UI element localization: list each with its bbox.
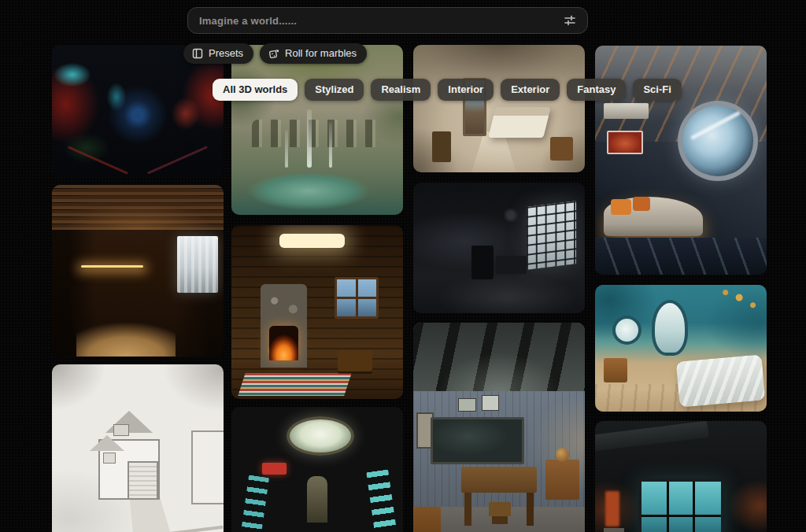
gallery-tile-night-room[interactable] — [595, 421, 767, 532]
layout-panel-icon — [192, 48, 203, 59]
night-room-pictures — [604, 528, 624, 532]
cave-chair — [432, 131, 451, 162]
sketch-roof-gable-left — [90, 435, 124, 451]
abandoned-room-chandelier — [502, 209, 519, 222]
gallery-tile-wooden-kitchen[interactable] — [52, 185, 224, 357]
corridor-rail-left — [68, 146, 128, 174]
filter-chip-all-3d-worlds[interactable]: All 3D worlds — [213, 79, 298, 101]
gallery-tile-log-cabin[interactable] — [231, 225, 403, 399]
filter-chip-fantasy[interactable]: Fantasy — [567, 79, 626, 101]
garden-waterfall-2 — [329, 123, 332, 167]
gallery-column-2 — [231, 45, 403, 532]
classroom-picture-2 — [482, 395, 499, 411]
arcade-screens-right — [366, 469, 397, 532]
garden-arches — [252, 120, 383, 147]
arcade-dome-skylight — [287, 416, 354, 456]
fantasy-chest — [604, 358, 628, 382]
abandoned-room-window — [527, 201, 576, 269]
gallery-tile-fantasy-bedroom[interactable] — [595, 285, 767, 412]
classroom-dresser — [545, 460, 580, 500]
kitchen-floor — [76, 322, 176, 357]
classroom-desk-leg-right — [527, 493, 534, 526]
kitchen-window — [177, 236, 218, 293]
presets-button[interactable]: Presets — [183, 43, 253, 64]
gallery-tile-cyberpunk-corridor[interactable] — [52, 45, 224, 177]
roll-for-marbles-label: Roll for marbles — [285, 47, 357, 59]
kitchen-light-strip — [81, 265, 142, 268]
gallery-tile-terraced-garden[interactable] — [231, 45, 403, 215]
filter-chip-stylized[interactable]: Stylized — [305, 79, 364, 101]
garden-waterfall-3 — [285, 130, 288, 168]
fantasy-round-window-small — [612, 316, 641, 345]
filter-chip-realism[interactable]: Realism — [371, 79, 431, 101]
filter-chip-exterior[interactable]: Exterior — [501, 79, 560, 101]
sketch-neighbor-house — [191, 430, 224, 504]
night-room-ceiling-beam — [595, 421, 709, 453]
cabin-table — [338, 350, 372, 371]
gallery-tile-arcade-hall[interactable] — [231, 407, 403, 532]
classroom-blackboard — [431, 417, 524, 464]
prompt-settings-button[interactable] — [562, 13, 578, 28]
arcade-archway — [307, 476, 327, 523]
gallery-column-4 — [595, 45, 767, 532]
filter-chip-interior[interactable]: Interior — [438, 79, 494, 101]
gallery-tile-abandoned-room[interactable] — [413, 183, 585, 313]
gallery-column-1 — [52, 45, 224, 532]
classroom-teacher-desk — [461, 467, 537, 493]
sliders-icon — [564, 14, 576, 27]
filter-chip-row: All 3D worlds Stylized Realism Interior … — [213, 79, 682, 101]
corridor-rail-right — [147, 146, 208, 174]
dice-icon — [268, 48, 279, 59]
gallery-tile-sketch-house[interactable] — [52, 364, 224, 532]
toolbar: Presets Roll for marbles — [183, 43, 367, 64]
gallery-tile-classroom[interactable] — [413, 323, 585, 532]
spaceship-pillow-2 — [633, 197, 650, 210]
arcade-neon-sign — [262, 463, 287, 475]
sketch-driveway — [117, 497, 186, 532]
prompt-input[interactable] — [198, 14, 562, 28]
classroom-stool — [489, 502, 511, 516]
spaceship-screen — [607, 131, 642, 154]
classroom-beamed-ceiling — [413, 323, 585, 391]
world-gallery-page: { "prompt_bar": { "placeholder": "Imagin… — [0, 0, 806, 532]
classroom-desk-leg-left — [464, 493, 471, 526]
abandoned-room-armchair — [471, 246, 494, 279]
spaceship-pillow-1 — [611, 199, 631, 215]
fantasy-bed — [675, 355, 765, 408]
arcade-screens-left — [241, 475, 269, 532]
gallery-tile-cave-bedroom[interactable] — [413, 45, 585, 172]
cave-bed — [488, 107, 550, 138]
spaceship-floor-track — [595, 238, 767, 275]
spaceship-porthole-window — [678, 101, 758, 181]
presets-label: Presets — [209, 47, 243, 59]
cabin-window — [335, 277, 379, 318]
cave-chest — [550, 137, 572, 161]
sketch-window-upper — [113, 424, 129, 436]
sketch-garage-door — [128, 461, 158, 500]
classroom-picture-1 — [458, 398, 477, 412]
night-room-poster — [605, 491, 619, 526]
night-room-window — [638, 478, 724, 532]
garden-waterfall-1 — [307, 109, 312, 167]
abandoned-room-table — [496, 256, 527, 274]
cave-floor-runner — [471, 131, 516, 172]
cabin-fire — [269, 326, 298, 360]
roll-for-marbles-button[interactable]: Roll for marbles — [260, 43, 367, 64]
kitchen-ceiling — [52, 185, 224, 230]
gallery-column-3 — [413, 45, 585, 532]
prompt-bar — [187, 7, 588, 34]
cabin-ceiling-lamp — [279, 234, 345, 248]
fantasy-round-window-large — [652, 300, 688, 356]
sketch-window-lower — [103, 453, 116, 464]
filter-chip-scifi[interactable]: Sci-Fi — [633, 79, 681, 101]
spaceship-shelf — [604, 103, 649, 119]
classroom-front-chair — [413, 507, 441, 532]
cabin-striped-rug — [238, 373, 351, 396]
